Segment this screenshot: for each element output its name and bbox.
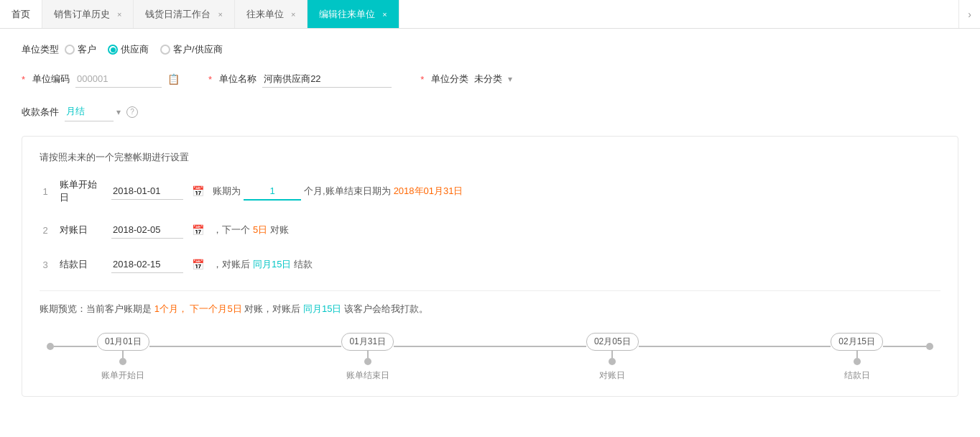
card-section: 请按照未来的一个完整帐期进行设置 1 账单开始日 📅 账期为 个月,账单结束日期…: [22, 136, 958, 397]
highlight-date-1: 2018年01月31日: [394, 185, 463, 198]
unit-name-group: * 单位名称: [208, 70, 392, 88]
unit-type-group: 单位类型 客户 供应商 客户/供应商: [22, 43, 223, 56]
payment-terms-chevron[interactable]: ▾: [116, 107, 121, 117]
timeline-left-dot: [47, 343, 54, 350]
unit-class-value: 未分类: [474, 73, 502, 86]
tab-cash-work-label: 钱货日清工作台: [145, 8, 211, 21]
chevron-right-icon: ›: [968, 9, 971, 20]
tab-home-label: 首页: [11, 8, 30, 21]
unit-class-star: *: [420, 74, 424, 85]
timeline: 01月01日 账单开始日 01月31日 账单结束日 02月05日: [40, 333, 940, 382]
tab-partner-unit[interactable]: 往来单位 ×: [235, 0, 308, 28]
tab-sales-history-close[interactable]: ×: [117, 10, 121, 19]
timeline-node-4: 02月15日 结款日: [831, 333, 883, 382]
preview-label: 账期预览：当前客户账期是: [40, 303, 152, 314]
tab-partner-unit-close[interactable]: ×: [291, 10, 295, 19]
date-input-1[interactable]: [111, 183, 183, 200]
date-input-2[interactable]: [111, 221, 183, 239]
tab-cash-work[interactable]: 钱货日清工作台 ×: [134, 0, 234, 28]
timeline-seg-0: [54, 346, 97, 347]
timeline-dot-2: [364, 358, 371, 365]
unit-type-row: 单位类型 客户 供应商 客户/供应商: [22, 43, 958, 56]
timeline-right-dot: [926, 343, 933, 350]
cal-icon-3[interactable]: 📅: [192, 259, 204, 270]
radio-supplier[interactable]: 供应商: [108, 43, 149, 56]
tab-edit-partner-label: 编辑往来单位: [319, 8, 375, 21]
timeline-badge-3: 02月05日: [586, 333, 639, 351]
desc-suffix-2: 对账: [270, 224, 289, 236]
cal-icon-1[interactable]: 📅: [192, 185, 204, 197]
timeline-seg-2: [394, 346, 586, 347]
row-num-1: 1: [40, 186, 51, 197]
preview-part1: 1个月，: [154, 303, 188, 314]
payment-terms-label: 收款条件: [22, 106, 59, 119]
desc-suffix-1: 个月,账单结束日期为: [304, 185, 391, 198]
desc-suffix-3: 结款: [294, 258, 313, 271]
unit-code-label: 单位编码: [32, 73, 70, 86]
row-num-3: 3: [40, 259, 51, 270]
radio-supplier-label: 供应商: [121, 43, 149, 56]
row-num-2: 2: [40, 225, 51, 236]
radio-customer[interactable]: 客户: [65, 43, 96, 56]
help-icon[interactable]: ?: [126, 106, 138, 118]
desc-prefix-3: ，对账后: [213, 258, 250, 271]
date-input-3[interactable]: [111, 256, 183, 273]
setting-row-3: 3 结款日 📅 ，对账后 同月15日 结款: [40, 256, 940, 273]
preview-part3: 同月15日: [303, 303, 341, 314]
unit-code-star: *: [22, 74, 25, 85]
timeline-dot-1: [119, 358, 126, 365]
payment-terms-dropdown[interactable]: 月结 ▾: [65, 102, 121, 121]
highlight-day-2: 5日: [253, 224, 267, 236]
unit-class-group: * 单位分类 未分类 ▾: [420, 73, 512, 86]
radio-both-label: 客户/供应商: [173, 43, 223, 56]
highlight-day-3: 同月15日: [253, 258, 291, 271]
payment-terms-value[interactable]: 月结: [65, 102, 114, 121]
preview-section: 账期预览：当前客户账期是 1个月， 下一个月5日 对账，对账后 同月15日 该客…: [40, 290, 940, 382]
row-label-3: 结款日: [60, 258, 103, 271]
setting-row-2: 2 对账日 📅 ，下一个 5日 对账: [40, 221, 940, 239]
tab-sales-history[interactable]: 销售订单历史 ×: [42, 0, 134, 28]
payment-terms-row: 收款条件 月结 ▾ ?: [22, 102, 958, 121]
timeline-badge-2: 01月31日: [341, 333, 394, 351]
row-desc-3: ，对账后 同月15日 结款: [213, 258, 313, 271]
timeline-node-2: 01月31日 账单结束日: [341, 333, 394, 382]
cal-icon-2[interactable]: 📅: [192, 224, 204, 236]
timeline-badge-4: 02月15日: [831, 333, 883, 351]
unit-class-chevron[interactable]: ▾: [508, 74, 512, 84]
period-input[interactable]: [244, 183, 301, 201]
radio-customer-circle: [65, 45, 75, 55]
unit-type-label: 单位类型: [22, 43, 59, 56]
copy-icon[interactable]: 📋: [167, 73, 180, 85]
tab-arrow[interactable]: ›: [958, 0, 980, 28]
unit-code-input[interactable]: [75, 70, 162, 88]
radio-group: 客户 供应商 客户/供应商: [65, 43, 223, 56]
tab-edit-partner-close[interactable]: ×: [382, 10, 387, 19]
timeline-node-1: 01月01日 账单开始日: [97, 333, 149, 382]
radio-supplier-circle: [108, 45, 118, 55]
preview-part3-text: 该客户会给我打款。: [344, 303, 428, 314]
timeline-node-3: 02月05日 对账日: [586, 333, 639, 382]
setting-row-1: 1 账单开始日 📅 账期为 个月,账单结束日期为 2018年01月31日: [40, 178, 940, 204]
timeline-label-3: 对账日: [599, 369, 625, 382]
tab-partner-unit-label: 往来单位: [246, 8, 284, 21]
unit-name-input[interactable]: [262, 70, 392, 88]
payment-terms-group: 收款条件 月结 ▾ ?: [22, 102, 138, 121]
timeline-vert-1: [122, 351, 124, 358]
timeline-seg-3: [639, 346, 831, 347]
tab-edit-partner[interactable]: 编辑往来单位 ×: [308, 0, 399, 28]
row-desc-1: 账期为 个月,账单结束日期为 2018年01月31日: [213, 183, 463, 201]
tab-cash-work-close[interactable]: ×: [218, 10, 222, 19]
timeline-vert-4: [856, 351, 858, 358]
tab-bar: 首页 销售订单历史 × 钱货日清工作台 × 往来单位 × 编辑往来单位 × ›: [0, 0, 980, 29]
row-label-2: 对账日: [60, 224, 103, 236]
tab-home[interactable]: 首页: [0, 0, 42, 28]
card-title: 请按照未来的一个完整帐期进行设置: [40, 151, 940, 164]
radio-both[interactable]: 客户/供应商: [160, 43, 223, 56]
unit-code-group: * 单位编码 📋: [22, 70, 180, 88]
unit-name-label: 单位名称: [219, 73, 256, 86]
row-label-1: 账单开始日: [60, 178, 103, 204]
timeline-badge-1: 01月01日: [97, 333, 149, 351]
timeline-seg-4: [883, 346, 926, 347]
row-desc-2: ，下一个 5日 对账: [213, 224, 289, 236]
timeline-vert-2: [367, 351, 369, 358]
